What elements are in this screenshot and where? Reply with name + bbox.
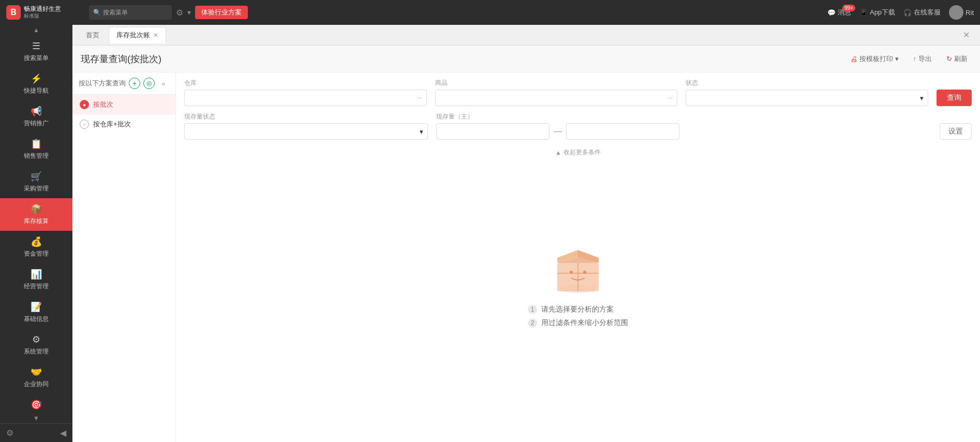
product-input[interactable]: ··· (435, 90, 678, 106)
stock-status-label: 现存量状态 (184, 112, 428, 121)
query-button[interactable]: 查询 (937, 90, 972, 106)
sidebar-item-system[interactable]: ⚙ 系统管理 (0, 329, 72, 361)
sidebar-item-finance[interactable]: 💰 资金管理 (0, 231, 72, 263)
print-template-button[interactable]: 🖨 按模板打印 ▾ (846, 52, 903, 66)
filter-row-1: 仓库 ··· 商品 ··· (184, 79, 972, 106)
dropdown-icon[interactable]: ▾ (187, 8, 191, 17)
phone-icon: 📱 (859, 9, 868, 17)
quick-nav-icon: ⚡ (31, 73, 42, 84)
sidebar-scroll-up[interactable]: ▲ (0, 25, 72, 35)
stock-qty-range: — (436, 123, 680, 140)
main-layout: ▲ ☰ 搜索菜单 ⚡ 快捷导航 📢 营销推广 📋 销售管理 🛒 采购管理 (0, 25, 980, 442)
company-name: 畅康通好生意 (24, 5, 61, 12)
sidebar-scroll: ☰ 搜索菜单 ⚡ 快捷导航 📢 营销推广 📋 销售管理 🛒 采购管理 📦 库 (0, 35, 72, 413)
filter-area: 仓库 ··· 商品 ··· (184, 79, 972, 157)
warehouse-more-icon[interactable]: ··· (417, 94, 422, 101)
filter-product: 商品 ··· (435, 79, 678, 106)
operations-icon: 📊 (31, 269, 42, 280)
sidebar-item-newcomer[interactable]: 🎯 新手引导 (0, 394, 72, 413)
sidebar: ▲ ☰ 搜索菜单 ⚡ 快捷导航 📢 营销推广 📋 销售管理 🛒 采购管理 (0, 25, 72, 442)
search-menu-icon: ☰ (32, 40, 40, 52)
sidebar-item-enterprise[interactable]: 🤝 企业协同 (0, 361, 72, 394)
sidebar-collapse-icon[interactable]: ◀ (60, 428, 66, 438)
stock-qty-min[interactable] (436, 123, 550, 140)
tab-inventory-batch-label: 库存批次账 (116, 31, 150, 40)
tab-inventory-batch[interactable]: 库存批次账 ✕ (109, 27, 166, 43)
sidebar-label-search: 搜索菜单 (24, 54, 49, 63)
warehouse-label: 仓库 (184, 79, 427, 87)
add-scheme-button[interactable]: + (129, 78, 140, 89)
left-panel-actions: + ◎ « (129, 78, 169, 89)
refresh-button[interactable]: ↻ 刷新 (942, 52, 972, 66)
print-dropdown-icon: ▾ (895, 55, 899, 63)
app-download-item[interactable]: 📱 App下载 (859, 8, 895, 17)
header-search-bar[interactable]: 🔍 搜索菜单 (89, 5, 172, 20)
collapse-up-icon: ▲ (555, 149, 561, 156)
message-icon: 💬 (827, 9, 836, 17)
status-select[interactable]: ▾ (686, 90, 928, 106)
empty-illustration (547, 234, 609, 297)
settings-icon[interactable]: ⚙ (176, 8, 183, 18)
product-label: 商品 (435, 79, 678, 87)
user-avatar (949, 5, 963, 20)
experience-button[interactable]: 体验行业方案 (195, 6, 248, 19)
sidebar-label-purchase: 采购管理 (24, 184, 49, 193)
sidebar-item-sales[interactable]: 📋 销售管理 (0, 133, 72, 166)
filter-stock-status: 现存量状态 ▾ (184, 112, 428, 140)
tip-2-text: 用过滤条件来缩小分析范围 (541, 318, 628, 328)
warehouse-input[interactable]: ··· (184, 90, 427, 106)
sidebar-label-system: 系统管理 (24, 347, 49, 356)
sidebar-item-marketing[interactable]: 📢 营销推广 (0, 100, 72, 133)
user-name: Rit (966, 9, 974, 17)
panel-collapse-button[interactable]: « (158, 78, 169, 89)
page-body: 按以下方案查询 + ◎ « ● 按批次 ○ 按仓库+批次 (72, 72, 980, 442)
content-area: 首页 库存批次账 ✕ ✕ 现存量查询(按批次) 🖨 按模板打印 ▾ (72, 25, 980, 442)
sidebar-label-sales: 销售管理 (24, 152, 49, 160)
sidebar-label-inventory: 库存核算 (24, 217, 49, 226)
active-scheme-icon: ● (80, 100, 89, 109)
product-more-icon[interactable]: ··· (667, 94, 673, 101)
search-icon: 🔍 (93, 9, 101, 16)
tab-home[interactable]: 首页 (79, 27, 107, 43)
export-button[interactable]: ↑ 导出 (909, 52, 937, 66)
stock-status-select[interactable]: ▾ (184, 123, 428, 140)
user-item[interactable]: Rit (949, 5, 974, 20)
sidebar-label-quick-nav: 快捷导航 (24, 86, 49, 95)
collapse-label: 收起更多条件 (563, 148, 601, 157)
app-version: 标准版 (24, 12, 61, 20)
filter-collapse-btn[interactable]: ▲ 收起更多条件 (184, 148, 972, 157)
left-panel: 按以下方案查询 + ◎ « ● 按批次 ○ 按仓库+批次 (72, 72, 176, 442)
scheme-item-by-warehouse-batch[interactable]: ○ 按仓库+批次 (72, 114, 175, 134)
sidebar-item-search[interactable]: ☰ 搜索菜单 (0, 35, 72, 68)
page-title: 现存量查询(按批次) (81, 53, 161, 65)
settings-button[interactable]: 设置 (940, 123, 972, 140)
sidebar-label-enterprise: 企业协同 (24, 380, 49, 389)
sidebar-item-quick-nav[interactable]: ⚡ 快捷导航 (0, 68, 72, 100)
scheme-settings-button[interactable]: ◎ (143, 78, 155, 89)
search-text: 搜索菜单 (103, 8, 128, 17)
sidebar-item-inventory[interactable]: 📦 库存核算 (0, 198, 72, 231)
sidebar-settings-icon[interactable]: ⚙ (6, 428, 13, 438)
page-actions: 🖨 按模板打印 ▾ ↑ 导出 ↻ 刷新 (846, 52, 972, 66)
header-center: 🔍 搜索菜单 ⚙ ▾ 体验行业方案 (79, 5, 827, 20)
sidebar-item-purchase[interactable]: 🛒 采购管理 (0, 166, 72, 198)
stock-qty-max[interactable] (566, 123, 679, 140)
scheme-label-by-warehouse-batch: 按仓库+批次 (93, 120, 131, 129)
sidebar-item-operations[interactable]: 📊 经营管理 (0, 263, 72, 296)
export-icon: ↑ (913, 55, 917, 63)
top-header: B 畅康通好生意 标准版 🔍 搜索菜单 ⚙ ▾ 体验行业方案 💬 消息 99+ … (0, 0, 980, 25)
online-service-item[interactable]: 🎧 在线客服 (903, 8, 941, 17)
filter-warehouse: 仓库 ··· (184, 79, 427, 106)
sidebar-scroll-down[interactable]: ▼ (0, 413, 72, 423)
messages-item[interactable]: 💬 消息 99+ (827, 8, 851, 17)
sidebar-item-basic[interactable]: 📝 基础信息 (0, 296, 72, 329)
export-label: 导出 (918, 54, 932, 64)
empty-state: 1 请先选择要分析的方案 2 用过滤条件来缩小分析范围 (184, 157, 972, 436)
service-icon: 🎧 (903, 9, 912, 17)
scheme-item-by-batch[interactable]: ● 按批次 (72, 95, 175, 114)
tab-home-label: 首页 (86, 31, 99, 40)
header-right: 💬 消息 99+ 📱 App下载 🎧 在线客服 Rit (827, 5, 974, 20)
tab-close-icon[interactable]: ✕ (153, 32, 158, 39)
right-panel: 仓库 ··· 商品 ··· (176, 72, 980, 442)
panel-close-button[interactable]: ✕ (959, 30, 974, 40)
